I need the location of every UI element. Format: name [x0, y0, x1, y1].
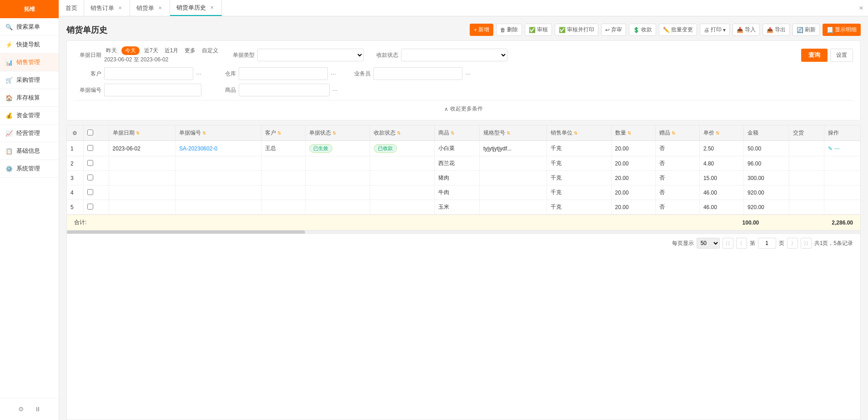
show-details-button[interactable]: 📃 显示明细: [823, 24, 861, 36]
page-number-input[interactable]: [758, 238, 776, 249]
unit-sort-icon: ⇅: [574, 130, 577, 135]
edit-action[interactable]: ✎: [828, 145, 833, 152]
col-payment-status[interactable]: 收款状态⇅: [370, 125, 434, 141]
batch-change-button[interactable]: ✏️ 批量变更: [659, 24, 697, 36]
new-button[interactable]: + 新增: [470, 24, 493, 36]
col-goods[interactable]: 商品⇅: [434, 125, 479, 141]
last-page-button[interactable]: ⟩⟩: [801, 238, 812, 249]
date-shortcut-today[interactable]: 今天: [121, 46, 140, 55]
sidebar-settings-icon[interactable]: ⚙: [15, 403, 28, 415]
row-checkbox[interactable]: [87, 145, 93, 151]
sidebar-item-basic-info[interactable]: 📋 基础信息: [0, 142, 59, 160]
print-button[interactable]: 🖨 打印 ▾: [700, 24, 730, 36]
export-button[interactable]: 📤 导出: [763, 24, 790, 36]
total-records: 共1页，5条记录: [814, 240, 853, 247]
import-button[interactable]: 📥 导入: [733, 24, 760, 36]
prev-page-button[interactable]: ⟨: [736, 238, 747, 249]
customer-input[interactable]: [104, 67, 193, 80]
doc-number-input[interactable]: [104, 84, 201, 96]
col-unit[interactable]: 销售单位⇅: [547, 125, 611, 141]
table-horizontal-scrollbar[interactable]: [67, 230, 860, 234]
sidebar-item-finance[interactable]: 💰 资金管理: [0, 107, 59, 125]
row-checkbox-cell[interactable]: [83, 171, 109, 185]
col-date[interactable]: 单据日期⇅: [109, 125, 175, 141]
query-button[interactable]: 查询: [801, 49, 828, 62]
row-checkbox[interactable]: [87, 189, 93, 195]
tab-sales-order-close[interactable]: ✕: [117, 5, 123, 11]
select-all-checkbox[interactable]: [87, 130, 93, 135]
row-checkbox-cell[interactable]: [83, 156, 109, 171]
first-page-button[interactable]: ⟨⟨: [722, 238, 733, 249]
goods-picker-icon[interactable]: ···: [332, 86, 338, 94]
audit-print-button[interactable]: ✅ 审核并打印: [555, 24, 598, 36]
sidebar-item-search-menu[interactable]: 🔍 搜索菜单: [0, 18, 59, 36]
sidebar-item-system-mgmt[interactable]: ⚙️ 系统管理: [0, 160, 59, 178]
col-gift[interactable]: 赠品⇅: [655, 125, 699, 141]
sidebar-item-label: 经营管理: [16, 129, 40, 137]
sidebar-item-operations[interactable]: 📈 经营管理: [0, 125, 59, 142]
tab-home[interactable]: 首页: [59, 0, 84, 16]
doc-number-link[interactable]: SA-20230602-0: [179, 145, 217, 152]
row-amount: 920.00: [744, 185, 789, 200]
row-customer: [261, 171, 305, 185]
col-checkbox[interactable]: [83, 125, 109, 141]
warehouse-picker-icon[interactable]: ···: [331, 70, 336, 77]
warehouse-input[interactable]: [239, 67, 328, 80]
doc-type-select[interactable]: [257, 49, 364, 61]
row-doc-number: [176, 185, 261, 200]
col-qty[interactable]: 数量⇅: [611, 125, 655, 141]
sidebar-item-quick-nav[interactable]: ⚡ 快捷导航: [0, 36, 59, 54]
delete-button[interactable]: 🗑 删除: [496, 24, 522, 36]
collapse-button[interactable]: ∧ 收起更多条件: [74, 103, 853, 115]
date-shortcut-yesterday[interactable]: 昨天: [104, 46, 119, 55]
row-customer: [261, 156, 305, 171]
business-staff-input[interactable]: [373, 67, 462, 80]
row-doc-number[interactable]: SA-20230602-0: [176, 141, 261, 156]
tab-sales-delivery-close[interactable]: ✕: [157, 5, 163, 11]
row-checkbox-cell[interactable]: [83, 200, 109, 215]
row-checkbox-cell[interactable]: [83, 185, 109, 200]
per-page-select[interactable]: 50 10 20 100: [697, 238, 720, 249]
row-num: 3: [67, 171, 83, 185]
row-actions-cell[interactable]: ✎⋯: [824, 141, 860, 156]
sidebar-collapse-icon[interactable]: ⏸: [31, 403, 44, 415]
money-icon: 💰: [5, 112, 13, 119]
tab-sales-order[interactable]: 销售订单 ✕: [84, 0, 130, 16]
col-doc-status[interactable]: 单据状态⇅: [306, 125, 370, 141]
collect-button[interactable]: 💲 收款: [629, 24, 656, 36]
row-checkbox-cell[interactable]: [83, 141, 109, 156]
date-shortcut-7days[interactable]: 近7天: [142, 46, 160, 55]
footer-label: 合计:: [74, 219, 101, 226]
business-staff-picker-icon[interactable]: ···: [465, 70, 471, 77]
date-shortcut-more[interactable]: 更多: [183, 46, 197, 55]
goods-input[interactable]: [239, 84, 330, 96]
payment-status-select[interactable]: [401, 49, 507, 61]
page-label-pre: 第: [750, 240, 755, 247]
col-doc-number[interactable]: 单据编号⇅: [176, 125, 261, 141]
tab-home-label: 首页: [65, 4, 77, 12]
tab-sales-delivery[interactable]: 销货单 ✕: [130, 0, 170, 16]
refresh-button[interactable]: 🔄 刷新: [793, 24, 820, 36]
row-checkbox[interactable]: [87, 204, 93, 210]
col-customer[interactable]: 客户⇅: [261, 125, 305, 141]
tab-sales-history-close[interactable]: ✕: [209, 5, 215, 10]
close-all-tabs-button[interactable]: ✕: [859, 5, 868, 11]
filter-settings-button[interactable]: 设置: [830, 49, 853, 62]
customer-picker-icon[interactable]: ···: [196, 70, 201, 77]
col-price[interactable]: 单价⇅: [699, 125, 743, 141]
sidebar-item-sales-mgmt[interactable]: 📊 销售管理: [0, 54, 59, 71]
sidebar-item-inventory[interactable]: 🏠 库存核算: [0, 89, 59, 107]
export-icon: 📤: [767, 27, 773, 33]
abandon-button[interactable]: ↩ 弃审: [601, 24, 626, 36]
tab-sales-history[interactable]: 销货单历史 ✕: [170, 0, 222, 16]
more-action[interactable]: ⋯: [834, 145, 840, 152]
row-checkbox[interactable]: [87, 160, 93, 166]
col-gear[interactable]: ⚙: [67, 125, 83, 141]
date-shortcut-1month[interactable]: 近1月: [163, 46, 181, 55]
date-shortcut-custom[interactable]: 自定义: [200, 46, 220, 55]
sidebar-item-purchase-mgmt[interactable]: 🛒 采购管理: [0, 71, 59, 89]
col-spec[interactable]: 规格型号⇅: [479, 125, 547, 141]
audit-button[interactable]: ✅ 审核: [525, 24, 552, 36]
next-page-button[interactable]: ⟩: [787, 238, 798, 249]
row-checkbox[interactable]: [87, 175, 93, 180]
